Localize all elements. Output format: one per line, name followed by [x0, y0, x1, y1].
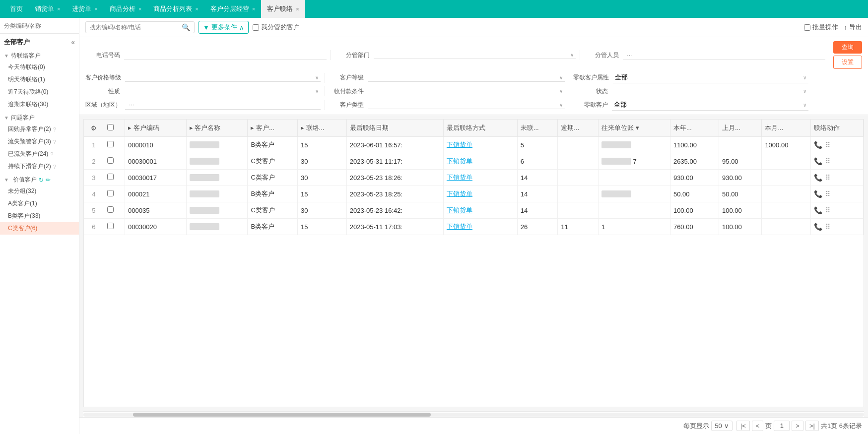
- sidebar-item-churn-warning[interactable]: 流失预警客户(3) ?: [0, 135, 79, 148]
- filter-retail-attr-select[interactable]: 全部 ∨: [613, 72, 808, 83]
- filter-label-region: 区域（地区）: [85, 101, 121, 109]
- more-action-icon[interactable]: ⠿: [825, 190, 830, 198]
- nav-goods-analysis[interactable]: 商品分析 ×: [104, 0, 147, 18]
- my-customers-checkbox[interactable]: 我分管的客户: [253, 23, 300, 32]
- this-month-amount: 1000.00: [762, 137, 810, 153]
- nav-home[interactable]: 首页: [4, 0, 29, 18]
- table-settings-header[interactable]: ⚙: [84, 120, 104, 137]
- filter-cust-type-select[interactable]: ∨: [368, 101, 564, 109]
- sidebar-item-abnormal-repurchase[interactable]: 回购异常客户(2) ?: [0, 123, 79, 135]
- more-action-icon[interactable]: ⠿: [825, 206, 830, 214]
- not-contacted-days: 6: [517, 153, 558, 170]
- filter-price-level-select[interactable]: ∨: [125, 74, 321, 82]
- filter-status-select[interactable]: ∨: [612, 87, 808, 95]
- row-checkbox[interactable]: [104, 153, 125, 170]
- set-button[interactable]: 设置: [833, 56, 862, 69]
- ellipsis-icon[interactable]: ···: [625, 52, 634, 59]
- filter-customer-level-select[interactable]: ∨: [368, 74, 564, 82]
- refresh-icon[interactable]: ↻: [39, 177, 44, 184]
- nav-sales[interactable]: 销货单 ×: [29, 0, 66, 18]
- nav-customer-segment[interactable]: 客户分层经营 ×: [204, 0, 261, 18]
- table-col-code[interactable]: ▸ 客户编码: [125, 120, 187, 137]
- last-contact-way: 下销货单: [443, 186, 517, 202]
- sidebar-item-overdue-pending[interactable]: 逾期未联络(30): [0, 98, 79, 111]
- phone-icon[interactable]: 📞: [814, 190, 822, 198]
- more-conditions-button[interactable]: ▼ 更多条件 ∧: [199, 21, 249, 34]
- filter-manager-input[interactable]: ···: [623, 51, 825, 60]
- table-col-last-way[interactable]: 最后联络方式: [443, 120, 517, 137]
- more-action-icon[interactable]: ⠿: [825, 157, 830, 165]
- page-size-dropdown[interactable]: 50 ∨: [711, 421, 732, 431]
- table-col-last-date[interactable]: 最后联络日期: [346, 120, 443, 137]
- horizontal-scrollbar[interactable]: [83, 411, 864, 417]
- next-page-button[interactable]: >: [792, 421, 803, 431]
- filter-region-input[interactable]: ···: [125, 100, 321, 110]
- table-col-last-month[interactable]: 上月...: [719, 120, 762, 137]
- ellipsis-icon[interactable]: ···: [127, 101, 136, 108]
- overdue-days: [558, 170, 599, 186]
- row-checkbox[interactable]: [104, 202, 125, 219]
- export-button[interactable]: ↑ 导出: [844, 23, 863, 32]
- more-action-icon[interactable]: ⠿: [825, 174, 830, 182]
- row-checkbox[interactable]: [104, 219, 125, 235]
- table-checkbox-header[interactable]: [104, 120, 125, 137]
- edit-icon[interactable]: ✏: [46, 177, 51, 184]
- sidebar-item-ungrouped[interactable]: 未分组(32): [0, 185, 79, 197]
- row-checkbox[interactable]: [104, 137, 125, 153]
- phone-icon[interactable]: 📞: [814, 174, 822, 182]
- phone-icon[interactable]: 📞: [814, 223, 822, 231]
- search-input[interactable]: [90, 24, 182, 31]
- first-page-button[interactable]: |<: [736, 421, 750, 431]
- row-checkbox[interactable]: [104, 170, 125, 186]
- filter-nature-select[interactable]: ∨: [124, 87, 321, 95]
- filter-dept-select[interactable]: ∨: [374, 51, 576, 59]
- table-col-this-year[interactable]: 本年...: [670, 120, 719, 137]
- sidebar-item-declining[interactable]: 持续下滑客户(2) ?: [0, 160, 79, 173]
- table-col-this-month[interactable]: 本月...: [762, 120, 810, 137]
- overdue-days: [558, 202, 599, 219]
- more-action-icon[interactable]: ⠿: [825, 223, 830, 231]
- filter-phone-input[interactable]: [124, 51, 327, 60]
- sidebar-item-today-pending[interactable]: 今天待联络(0): [0, 61, 79, 73]
- sidebar-all-customers[interactable]: 全部客户 «: [0, 34, 79, 49]
- query-button[interactable]: 查询: [833, 41, 862, 54]
- table-col-overdue[interactable]: 逾期...: [558, 120, 599, 137]
- close-icon[interactable]: ×: [138, 6, 141, 12]
- phone-icon[interactable]: 📞: [814, 141, 822, 149]
- close-icon[interactable]: ×: [252, 6, 255, 12]
- table-col-name[interactable]: ▸ 客户名称: [186, 120, 248, 137]
- sidebar-item-b-customers[interactable]: B类客户(33): [0, 210, 79, 222]
- nav-goods-analysis-list[interactable]: 商品分析列表 ×: [147, 0, 204, 18]
- close-icon[interactable]: ×: [57, 6, 60, 12]
- nav-customer-contact[interactable]: 客户联络 ×: [261, 0, 305, 18]
- collapse-icon: «: [71, 38, 75, 46]
- nav-purchase[interactable]: 进货单 ×: [66, 0, 103, 18]
- sidebar-item-tomorrow-pending[interactable]: 明天待联络(1): [0, 73, 79, 86]
- sidebar-search-input[interactable]: [4, 22, 78, 29]
- table-col-unit-history[interactable]: 往来单位账 ▾: [598, 120, 670, 137]
- batch-operation-button[interactable]: 批量操作: [804, 23, 838, 32]
- close-icon[interactable]: ×: [195, 6, 198, 12]
- more-action-icon[interactable]: ⠿: [825, 141, 830, 149]
- phone-icon[interactable]: 📞: [814, 206, 822, 214]
- phone-icon[interactable]: 📞: [814, 157, 822, 165]
- export-icon: ↑: [844, 24, 848, 31]
- close-icon[interactable]: ×: [296, 6, 299, 12]
- prev-page-button[interactable]: <: [752, 421, 764, 431]
- sidebar-item-a-customers[interactable]: A类客户(1): [0, 197, 79, 210]
- row-checkbox[interactable]: [104, 186, 125, 202]
- sidebar-item-7days-pending[interactable]: 近7天待联络(0): [0, 86, 79, 98]
- last-page-button[interactable]: >|: [805, 421, 819, 431]
- sidebar-item-churned[interactable]: 已流失客户(24) ?: [0, 148, 79, 160]
- table-col-type[interactable]: ▸ 客户...: [248, 120, 297, 137]
- table-col-not-contacted[interactable]: 未联...: [517, 120, 558, 137]
- search-icon[interactable]: 🔍: [182, 23, 190, 31]
- filter-retail-customer-select[interactable]: 全部 ∨: [612, 99, 808, 111]
- table-col-contact[interactable]: ▸ 联络...: [297, 120, 346, 137]
- filter-label-price-level: 客户价格等级: [85, 73, 121, 82]
- close-icon[interactable]: ×: [94, 6, 97, 12]
- filter-payment-select[interactable]: ∨: [368, 87, 564, 95]
- page-number-input[interactable]: [774, 421, 790, 431]
- customer-type: B类客户: [248, 219, 297, 235]
- sidebar-item-c-customers[interactable]: C类客户(6): [0, 222, 79, 235]
